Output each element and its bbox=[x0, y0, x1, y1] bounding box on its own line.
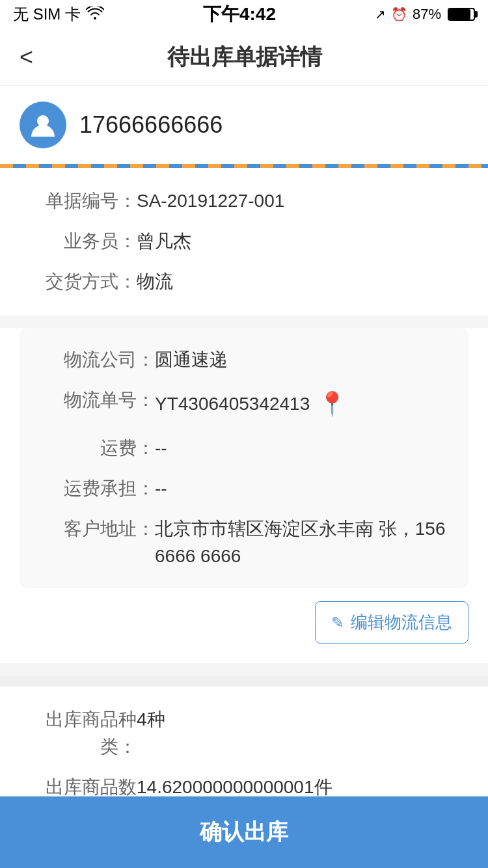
tracking-location-icon[interactable]: 📍 bbox=[318, 387, 347, 422]
tracking-row: 物流单号： YT4306405342413 📍 bbox=[38, 387, 450, 422]
customer-header: 17666666666 bbox=[0, 86, 488, 164]
goods-type-row: 出库商品种类： 4种 bbox=[20, 706, 468, 761]
freight-value: -- bbox=[155, 435, 450, 462]
confirm-btn-bar[interactable]: 确认出库 bbox=[0, 796, 488, 868]
logistics-section: 物流公司： 圆通速递 物流单号： YT4306405342413 📍 运费： -… bbox=[0, 328, 488, 663]
tracking-label: 物流单号： bbox=[38, 387, 155, 414]
time-label: 下午4:42 bbox=[203, 2, 276, 27]
order-no-row: 单据编号： SA-20191227-001 bbox=[20, 187, 468, 215]
freight-bearer-label: 运费承担： bbox=[38, 475, 155, 502]
logistics-company-value: 圆通速递 bbox=[155, 346, 450, 373]
address-row: 客户地址： 北京市市辖区海淀区永丰南 张，156 6666 6666 bbox=[38, 515, 450, 570]
sales-person-label: 业务员： bbox=[20, 228, 137, 255]
freight-row: 运费： -- bbox=[38, 435, 450, 462]
logistics-company-row: 物流公司： 圆通速递 bbox=[38, 346, 450, 373]
battery-icon bbox=[448, 8, 475, 21]
location-status-icon: ↗ bbox=[375, 7, 386, 22]
page-title: 待出库单据详情 bbox=[46, 42, 442, 72]
edit-icon: ✎ bbox=[331, 614, 344, 632]
delivery-method-value: 物流 bbox=[137, 268, 468, 295]
tracking-value-group: YT4306405342413 📍 bbox=[155, 387, 347, 422]
user-icon bbox=[29, 111, 57, 139]
freight-bearer-value: -- bbox=[155, 475, 450, 502]
section-divider bbox=[0, 676, 488, 686]
address-label: 客户地址： bbox=[38, 515, 155, 543]
delivery-method-row: 交货方式： 物流 bbox=[20, 268, 468, 295]
edit-logistics-label: 编辑物流信息 bbox=[351, 611, 452, 634]
avatar bbox=[20, 102, 66, 148]
back-button[interactable]: < bbox=[20, 44, 33, 71]
delivery-method-label: 交货方式： bbox=[20, 268, 137, 295]
order-no-value: SA-20191227-001 bbox=[137, 187, 468, 215]
customer-phone: 17666666666 bbox=[79, 111, 223, 139]
confirm-btn-label: 确认出库 bbox=[200, 817, 288, 847]
edit-btn-row: ✎ 编辑物流信息 bbox=[20, 601, 468, 644]
battery-percent: 87% bbox=[413, 6, 441, 23]
freight-bearer-row: 运费承担： -- bbox=[38, 475, 450, 502]
carrier-label: 无 SIM 卡 bbox=[13, 4, 81, 25]
tracking-value: YT4306405342413 bbox=[155, 390, 310, 418]
order-no-label: 单据编号： bbox=[20, 187, 137, 215]
status-bar: 无 SIM 卡 下午4:42 ↗ ⏰ 87% bbox=[0, 0, 488, 29]
logistics-company-label: 物流公司： bbox=[38, 346, 155, 373]
goods-type-label: 出库商品种类： bbox=[20, 706, 137, 761]
address-value: 北京市市辖区海淀区永丰南 张，156 6666 6666 bbox=[155, 515, 450, 570]
sales-person-value: 曾凡杰 bbox=[137, 228, 468, 255]
wifi-icon bbox=[86, 5, 104, 23]
alarm-icon: ⏰ bbox=[391, 7, 407, 22]
nav-bar: < 待出库单据详情 bbox=[0, 29, 488, 86]
logistics-card: 物流公司： 圆通速递 物流单号： YT4306405342413 📍 运费： -… bbox=[20, 328, 468, 588]
status-left: 无 SIM 卡 bbox=[13, 4, 104, 25]
goods-type-value: 4种 bbox=[137, 706, 468, 733]
status-right: ↗ ⏰ 87% bbox=[375, 6, 475, 23]
sales-person-row: 业务员： 曾凡杰 bbox=[20, 228, 468, 255]
edit-logistics-button[interactable]: ✎ 编辑物流信息 bbox=[315, 601, 468, 644]
order-info-section: 单据编号： SA-20191227-001 业务员： 曾凡杰 交货方式： 物流 bbox=[0, 168, 488, 315]
freight-label: 运费： bbox=[38, 435, 155, 462]
